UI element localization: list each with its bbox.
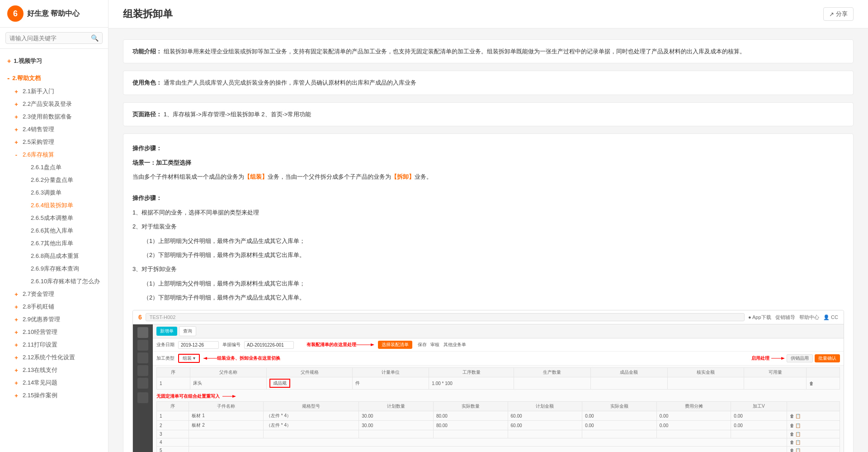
cell-seq: 1	[157, 377, 190, 390]
sidebar-header: 6 好生意 帮助中心	[0, 0, 108, 28]
bcell-seq2: 2	[157, 421, 189, 430]
scene-desc: 当由多个子件材料组装成一个成品的业务为【组装】业务，当由一个父件拆分成多个子产品…	[132, 171, 844, 182]
sidebar-item-213[interactable]: + 2.13在线支付	[13, 364, 108, 376]
sidebar-item-docs[interactable]: - 2.帮助文档	[0, 71, 108, 85]
expand-icon-21: +	[13, 88, 20, 95]
bcell-seq3: 3	[157, 430, 189, 438]
screenshot-top-table-area: 序 父件名称 父件规格 计量单位 工序数量 生产数量 成品金额 核实金额 可用量	[153, 366, 844, 391]
table-row: 5 🗑 📋	[157, 447, 840, 452]
search-input[interactable]	[9, 35, 91, 42]
sidebar-item-269[interactable]: 2.6.9库存账本查询	[31, 262, 108, 275]
annotation4-text: 无固定清单可在组合处置重写入	[156, 393, 220, 400]
sidebar-item-2610[interactable]: 2.6.10库存账本错了怎么办	[31, 275, 108, 288]
screenshot-tab-new[interactable]: 新增单	[156, 327, 177, 336]
bcol-actual-amt: 实际金额	[582, 402, 657, 411]
expand-icon-29: +	[13, 316, 20, 323]
sidebar-item-28[interactable]: + 2.8手机旺铺	[13, 300, 108, 313]
expand-icon-27: +	[13, 290, 20, 298]
screenshot-form-header: 业务日期 2019-12-26 单据编号 AD-20191226-001 有装配…	[153, 338, 844, 352]
table-row: 1 床头 成品规 件 1.00 * 100	[157, 377, 840, 390]
bcell-aamt1: 0.00	[582, 411, 657, 421]
screenshot-topnav: ● App下载 促销辅导 帮助中心 👤 CC	[748, 314, 838, 321]
sidebar-item-266[interactable]: 2.6.6其他入库单	[31, 224, 108, 237]
step1: 1、根据不同的业务，选择不同单据的类型来处理	[132, 207, 844, 218]
expand-icon-215: +	[13, 392, 20, 399]
sidebar-item-212[interactable]: + 2.12系统个性化设置	[13, 351, 108, 364]
sidebar-item-215[interactable]: + 2.15操作案例	[13, 389, 108, 402]
expand-icon: +	[7, 57, 11, 65]
sidebar-item-261[interactable]: 2.6.1盘点单	[31, 161, 108, 174]
svg-marker-3	[203, 357, 207, 360]
bcol-plan-qty: 计划数量	[359, 402, 434, 411]
col-parent-spec: 父件规格	[267, 368, 352, 377]
sidebar-item-262[interactable]: 2.6.2分量盘点单	[31, 174, 108, 186]
sidebar-item-29[interactable]: + 2.9优惠券管理	[13, 313, 108, 326]
bcell-pqty3	[359, 430, 434, 438]
sidebar-item-23[interactable]: + 2.3使用前数据准备	[13, 110, 108, 123]
sidebar-item-25[interactable]: + 2.5采购管理	[13, 136, 108, 148]
bcell-aamt3	[582, 430, 657, 438]
screenshot-image: 6 TEST-H002 ● App下载 促销辅导 帮助中心 👤 CC	[132, 310, 844, 452]
search-icon[interactable]: 🔍	[91, 34, 99, 42]
intro-block: 功能介绍： 组装拆卸单用来处理企业组装或拆卸等加工业务，支持有固定装配清单的产品…	[123, 39, 854, 63]
role-text: 通常由生产人员或库管人员完成折装业务的操作，库管人员确认原材料的出库和产成品的入…	[164, 79, 416, 86]
cell-parent-name: 床头	[190, 377, 267, 390]
expand-icon-22: +	[13, 100, 20, 108]
screenshot-type-select[interactable]: 组装 ▾	[178, 354, 200, 363]
screenshot-tab-query[interactable]: 查询	[179, 326, 196, 336]
col-available: 可用量	[744, 368, 807, 377]
sidebar-item-263[interactable]: 2.6.3调拨单	[31, 186, 108, 199]
screenshot-date-label: 业务日期	[156, 342, 175, 348]
sidebar-item-210[interactable]: + 2.10经营管理	[13, 326, 108, 338]
sidebar-item-21[interactable]: + 2.1新手入门	[13, 85, 108, 98]
screenshot-confirm-btn[interactable]: 批量确认	[815, 354, 840, 362]
role-block: 使用角色： 通常由生产人员或库管人员完成折装业务的操作，库管人员确认原材料的出库…	[123, 71, 854, 95]
bcell-op5: 🗑 📋	[787, 447, 840, 452]
sidebar-item-265[interactable]: 2.6.5成本调整单	[31, 212, 108, 224]
sidebar-item-214[interactable]: + 2.14常见问题	[13, 376, 108, 389]
bcell-seq1: 1	[157, 411, 189, 421]
bcell-proc2: 0.00	[731, 421, 787, 430]
ops-steps-label: 操作步骤：	[132, 195, 162, 201]
step2: 2、对于组装业务	[132, 221, 844, 232]
screenshot-num-field[interactable]: AD-20191226-001	[244, 341, 294, 349]
screenshot-choose-btn[interactable]: 选择装配清单	[378, 341, 412, 349]
sidebar-item-267[interactable]: 2.6.7其他出库单	[31, 237, 108, 250]
sidebar-item-26[interactable]: - 2.6库存核算	[13, 148, 108, 161]
bcell-op4: 🗑 📋	[787, 438, 840, 447]
app-title: 好生意 帮助中心	[27, 9, 80, 19]
sidebar-item-268[interactable]: 2.6.8商品成本重算	[31, 250, 108, 262]
sidebar-item-27[interactable]: + 2.7资金管理	[13, 288, 108, 300]
step3-1: （1）上部明细为父件明细，最终作为原材料生成其它出库单；	[132, 278, 844, 289]
path-label: 页面路径：	[132, 111, 162, 118]
annotation2-arrow	[203, 355, 217, 362]
col-verify-amount: 核实金额	[667, 368, 744, 377]
expand-icon-24: +	[13, 126, 20, 133]
expand-icon-25: +	[13, 138, 20, 146]
main-header: 组装拆卸单 ↗ 分享	[108, 0, 868, 29]
search-box: 🔍	[0, 28, 108, 49]
expand-icon-23: +	[13, 113, 20, 120]
share-button[interactable]: ↗ 分享	[823, 7, 854, 21]
screenshot-icon5	[137, 378, 148, 389]
share-icon: ↗	[829, 11, 834, 18]
bcol-actual-qty: 实际数量	[433, 402, 508, 411]
cell-proc-qty: 1.00 * 100	[429, 377, 514, 390]
screenshot-bottom-table: 序 子件名称 规格型号 计划数量 实际数量 计划金额 实际金额 费用分摊 加工V	[156, 401, 840, 452]
sidebar-item-24[interactable]: + 2.4销售管理	[13, 123, 108, 136]
path-block: 页面路径： 1、库存核算->库存管理->组装拆卸单 2、首页->常用功能	[123, 102, 854, 126]
bcol-plan-amt: 计划金额	[508, 402, 582, 411]
ops-label: 操作步骤：	[132, 145, 162, 152]
svg-marker-7	[232, 395, 236, 398]
annotation3-text: 启用处理	[751, 355, 769, 362]
screenshot-date-field[interactable]: 2019-12-26	[178, 341, 219, 349]
sidebar-item-211[interactable]: + 2.11打印设置	[13, 338, 108, 351]
bcol-process: 加工V	[731, 402, 787, 411]
sidebar-item-22[interactable]: + 2.2产品安装及登录	[13, 98, 108, 110]
sidebar-item-videos[interactable]: + 1.视频学习	[0, 54, 108, 68]
screenshot-more-btns: 保存 审核 其他业务单	[418, 342, 466, 348]
table-row: 3 🗑 📋	[157, 430, 840, 438]
sidebar-item-264[interactable]: 2.6.4组装拆卸单	[31, 199, 108, 212]
bcell-cost3	[656, 430, 731, 438]
col-prod-qty: 生产数量	[514, 368, 591, 377]
